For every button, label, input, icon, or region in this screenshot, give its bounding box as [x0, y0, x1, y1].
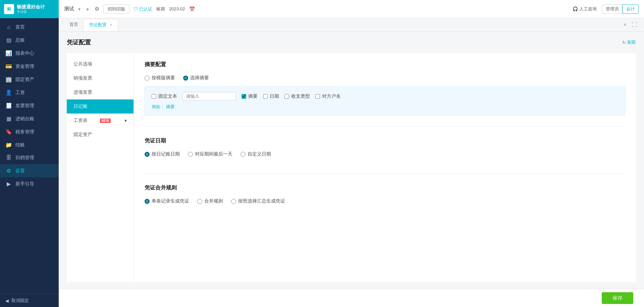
nav-label-sales: 销项发票 — [73, 75, 92, 81]
sidebar-item-tax[interactable]: 🔖 税务管理 — [0, 125, 59, 138]
refresh-icon: ↻ — [622, 40, 626, 45]
role-button[interactable]: 会计 — [623, 4, 639, 14]
checkbox-fixed-text-input[interactable] — [152, 94, 156, 99]
nav-label-public: 公共选项 — [73, 61, 92, 67]
asset-icon: 🏢 — [5, 76, 12, 83]
summary-check-label: 摘要 — [248, 93, 258, 99]
sidebar-item-settings[interactable]: ⚙ 设置 — [0, 164, 59, 177]
page-header: 凭证配置 ↻ 刷新 — [67, 38, 636, 46]
sidebar-item-ledger[interactable]: ▤ 总账 — [0, 34, 59, 47]
tab-voucher-config[interactable]: 凭证配置 × — [84, 19, 118, 31]
tab-voucher-label: 凭证配置 — [89, 22, 107, 27]
checkbox-income-type[interactable]: 收支类型 — [284, 93, 310, 99]
logo-icon: 财 — [4, 4, 14, 14]
sidebar-item-label: 进销台账 — [15, 116, 34, 122]
radio-select-summary[interactable]: 选择摘要 — [183, 75, 209, 81]
salary-icon: 👤 — [5, 89, 12, 96]
nav-label-journal: 日记账 — [73, 103, 88, 109]
checkbox-summary[interactable]: 摘要 — [241, 93, 258, 99]
report-icon: 📊 — [5, 50, 12, 56]
checkbox-income-type-input[interactable] — [284, 94, 289, 99]
radio-single-record-label: 单条记录生成凭证 — [152, 198, 189, 204]
radio-select-summary-input[interactable] — [183, 76, 188, 81]
content-area: 凭证配置 ↻ 刷新 公共选项 销项发票 进项发票 — [59, 32, 644, 289]
manager-button[interactable]: 管理员 — [602, 4, 623, 14]
certified-badge: 🛡 已认证 — [133, 6, 152, 12]
topbar: 测试 ▾ ＋ ⚙ 切到旧版 🛡 已认证 账期 2023-02 📅 🎧 人工咨询 … — [59, 0, 644, 18]
radio-aggregate-generate-input[interactable] — [231, 199, 236, 204]
expand-panel-icon[interactable]: ⛶ — [631, 20, 639, 29]
checkbox-fixed-text[interactable]: 固定文本 — [152, 93, 177, 99]
pin-label: 取消固定 — [11, 298, 29, 304]
radio-journal-date-input[interactable] — [145, 152, 150, 157]
radio-single-record[interactable]: 单条记录生成凭证 — [145, 198, 189, 204]
nav-item-sales[interactable]: 销项发票 — [67, 71, 133, 85]
sidebar-item-invoice[interactable]: 🧾 发票管理 — [0, 99, 59, 112]
save-button[interactable]: 保存 — [602, 292, 633, 304]
sidebar-item-archive[interactable]: 🗄 归档管理 — [0, 151, 59, 164]
section-date: 凭证日期 按日记账日期 对应期间最后一天 — [145, 137, 625, 174]
radio-single-record-input[interactable] — [145, 199, 150, 204]
summary-config-box: 固定文本 摘要 日期 — [145, 86, 625, 116]
checkbox-date-input[interactable] — [263, 94, 268, 99]
nav-item-fixed-asset[interactable]: 固定资产 — [67, 128, 133, 142]
nav-item-journal[interactable]: 日记账 — [67, 99, 133, 114]
calendar-icon[interactable]: 📅 — [189, 6, 195, 12]
merge-mode-radio-group: 单条记录生成凭证 合并规则 按照选择汇总生成凭证 — [145, 198, 625, 204]
nav-label-purchase: 进项发票 — [73, 89, 92, 95]
checkbox-date[interactable]: 日期 — [263, 93, 279, 99]
fixed-text-input[interactable] — [182, 92, 236, 100]
checkbox-counterpart[interactable]: 对方户名 — [315, 93, 341, 99]
radio-template-summary-input[interactable] — [145, 76, 150, 81]
old-version-button[interactable]: 切到旧版 — [103, 4, 129, 14]
nav-item-salary[interactable]: 工资表 NEW ▾ — [67, 114, 133, 128]
sidebar-item-home[interactable]: ⌂ 首页 — [0, 21, 59, 34]
sidebar-item-asset[interactable]: 🏢 固定资产 — [0, 73, 59, 86]
radio-merge-rules-label: 合并规则 — [204, 198, 223, 204]
fund-icon: 💳 — [5, 63, 12, 70]
certified-label: 已认证 — [139, 6, 152, 12]
sidebar-item-report[interactable]: 📊 报表中心 — [0, 47, 59, 60]
right-panel: 摘要配置 按模版摘要 选择摘要 — [134, 53, 636, 282]
sidebar-item-guide[interactable]: ▶ 新手引导 — [0, 177, 59, 190]
nav-item-purchase[interactable]: 进项发票 — [67, 85, 133, 99]
radio-custom-date[interactable]: 自定义日期 — [240, 151, 271, 157]
page-title: 凭证配置 — [67, 38, 91, 46]
ledger-icon: ▤ — [5, 37, 12, 43]
left-nav: 公共选项 销项发票 进项发票 日记账 工资表 NEW ▾ — [67, 53, 134, 282]
tab-home[interactable]: 首页 — [64, 19, 84, 31]
shield-icon: 🛡 — [133, 6, 138, 11]
summary-example: 例如： 摘要 — [152, 104, 618, 110]
sidebar-pin-toggle[interactable]: ◀ 取消固定 — [0, 294, 59, 307]
radio-merge-rules[interactable]: 合并规则 — [197, 198, 223, 204]
nav-label-salary: 工资表 — [73, 118, 88, 124]
project-chevron-icon[interactable]: ▾ — [78, 6, 80, 12]
sidebar-item-fund[interactable]: 💳 资金管理 — [0, 60, 59, 73]
summary-config-row: 固定文本 摘要 日期 — [152, 92, 618, 100]
settings-gear-icon[interactable]: ⚙ — [95, 6, 99, 12]
radio-merge-rules-input[interactable] — [197, 199, 202, 204]
close-panel-icon[interactable]: × — [622, 20, 628, 29]
add-project-icon[interactable]: ＋ — [85, 5, 91, 13]
sidebar-item-inventory[interactable]: ▦ 进销台账 — [0, 112, 59, 125]
bottom-bar: 保存 — [59, 289, 644, 307]
checkbox-counterpart-input[interactable] — [315, 94, 320, 99]
sidebar-item-close[interactable]: 📁 结账 — [0, 138, 59, 151]
radio-template-summary[interactable]: 按模版摘要 — [145, 75, 175, 81]
radio-period-last-day-input[interactable] — [188, 152, 193, 157]
refresh-button[interactable]: ↻ 刷新 — [622, 39, 636, 45]
radio-custom-date-input[interactable] — [240, 152, 246, 157]
page-content: 凭证配置 ↻ 刷新 公共选项 销项发票 进项发票 — [59, 32, 644, 289]
nav-item-public[interactable]: 公共选项 — [67, 57, 133, 71]
sidebar-item-salary[interactable]: 👤 工资 — [0, 86, 59, 99]
sidebar: 财 畅捷通好会计 专业版 ⌂ 首页 ▤ 总账 📊 报表中心 💳 资金管理 🏢 固… — [0, 0, 59, 307]
section-summary: 摘要配置 按模版摘要 选择摘要 — [145, 61, 625, 127]
radio-journal-date[interactable]: 按日记账日期 — [145, 151, 180, 157]
date-mode-radio-group: 按日记账日期 对应期间最后一天 自定义日期 — [145, 151, 625, 157]
consult-button[interactable]: 🎧 人工咨询 — [573, 6, 597, 12]
checkbox-summary-input[interactable] — [241, 94, 246, 99]
radio-period-last-day[interactable]: 对应期间最后一天 — [188, 151, 232, 157]
radio-aggregate-generate[interactable]: 按照选择汇总生成凭证 — [231, 198, 285, 204]
main-area: 测试 ▾ ＋ ⚙ 切到旧版 🛡 已认证 账期 2023-02 📅 🎧 人工咨询 … — [59, 0, 644, 307]
tab-close-icon[interactable]: × — [110, 23, 112, 27]
